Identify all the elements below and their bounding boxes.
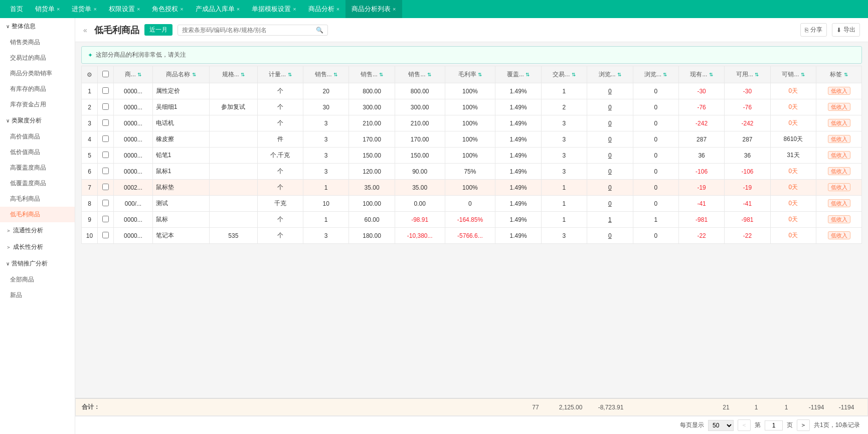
page-number-input[interactable] — [765, 420, 783, 430]
sort-avail-icon[interactable]: ⇅ — [755, 72, 759, 77]
row-checkbox[interactable] — [102, 119, 109, 126]
sort-spec-icon[interactable]: ⇅ — [241, 72, 245, 77]
filter-recent-month-btn[interactable]: 近一月 — [144, 24, 172, 36]
col-avail[interactable]: 可用... ⇅ — [725, 66, 770, 83]
cell-checkbox[interactable] — [98, 228, 114, 244]
col-browse1[interactable]: 浏览... ⇅ — [587, 66, 633, 83]
cell-browse1[interactable]: 1 — [587, 212, 633, 228]
sidebar-group-cluster[interactable]: ∨ 类聚度分析 — [0, 112, 75, 129]
cell-checkbox[interactable] — [98, 212, 114, 228]
nav-sales[interactable]: 销货单 × — [29, 0, 66, 18]
sidebar-group-marketing[interactable]: ∨ 营销推广分析 — [0, 255, 75, 272]
col-cover-rate[interactable]: 覆盖... ⇅ — [495, 66, 541, 83]
sort-tag-icon[interactable]: ⇅ — [844, 72, 848, 77]
page-size-select[interactable]: 50 20 100 — [708, 420, 734, 431]
sidebar-item-low-value[interactable]: 低价值商品 — [0, 144, 75, 160]
col-browse2[interactable]: 浏览... ⇅ — [633, 66, 678, 83]
nav-goods-analysis-list[interactable]: 商品分析列表 × — [345, 0, 402, 18]
nav-permission-close[interactable]: × — [137, 6, 140, 12]
collapse-sidebar-btn[interactable]: « — [83, 26, 87, 34]
col-sales-price[interactable]: 销售... ⇅ — [349, 66, 395, 83]
nav-sales-close[interactable]: × — [57, 6, 60, 12]
col-sales-qty[interactable]: 销售... ⇅ — [303, 66, 349, 83]
col-unit[interactable]: 计量... ⇅ — [257, 66, 303, 83]
settings-icon[interactable]: ⚙ — [87, 71, 92, 78]
search-icon[interactable]: 🔍 — [316, 27, 323, 34]
search-input[interactable] — [182, 27, 316, 34]
row-checkbox[interactable] — [102, 87, 109, 94]
cell-checkbox[interactable] — [98, 196, 114, 212]
sort-gross-icon[interactable]: ⇅ — [478, 72, 482, 77]
row-checkbox[interactable] — [102, 135, 109, 142]
sidebar-item-in-stock[interactable]: 有库存的商品 — [0, 81, 75, 97]
sidebar-item-low-margin[interactable]: 低毛利商品 — [0, 207, 75, 222]
select-all-checkbox[interactable] — [102, 71, 109, 77]
col-settings[interactable]: ⚙ — [82, 66, 98, 83]
col-spec[interactable]: 规格... ⇅ — [210, 66, 258, 83]
nav-purchase-close[interactable]: × — [93, 6, 96, 12]
row-checkbox[interactable] — [102, 152, 109, 158]
cell-browse1[interactable]: 0 — [587, 180, 633, 196]
col-sales-amt[interactable]: 销售... ⇅ — [395, 66, 445, 83]
sort-stock-icon[interactable]: ⇅ — [709, 72, 713, 77]
nav-template-close[interactable]: × — [293, 6, 296, 12]
export-btn[interactable]: ⬇ 导出 — [832, 23, 860, 37]
cell-browse1[interactable]: 0 — [587, 196, 633, 212]
sidebar-item-traded-goods[interactable]: 交易过的商品 — [0, 50, 75, 66]
sidebar-item-all-goods[interactable]: 全部商品 — [0, 272, 75, 287]
row-checkbox[interactable] — [102, 168, 109, 174]
prev-page-btn[interactable]: ＜ — [738, 419, 751, 431]
sidebar-group-growth[interactable]: ＞ 成长性分析 — [0, 239, 75, 255]
cell-checkbox[interactable] — [98, 115, 114, 131]
cell-browse1[interactable]: 0 — [587, 83, 633, 99]
col-stock[interactable]: 现有... ⇅ — [678, 66, 724, 83]
sort-qty-icon[interactable]: ⇅ — [333, 72, 337, 77]
row-checkbox[interactable] — [102, 216, 109, 222]
sidebar-group-flow[interactable]: ＞ 流通性分析 — [0, 222, 75, 239]
cell-checkbox[interactable] — [98, 99, 114, 115]
sort-cover-icon[interactable]: ⇅ — [526, 72, 530, 77]
nav-purchase[interactable]: 进货单 × — [66, 0, 102, 18]
sort-saleable-icon[interactable]: ⇅ — [801, 72, 805, 77]
cell-browse1[interactable]: 0 — [587, 148, 633, 164]
table-wrapper[interactable]: ⚙ 商... ⇅ 商品名称 ⇅ — [81, 66, 862, 398]
sort-browse1-icon[interactable]: ⇅ — [617, 72, 621, 77]
row-checkbox[interactable] — [102, 200, 109, 206]
col-saleable[interactable]: 可销... ⇅ — [770, 66, 816, 83]
sort-browse2-icon[interactable]: ⇅ — [663, 72, 667, 77]
cell-browse1[interactable]: 0 — [587, 228, 633, 244]
sidebar-item-new-goods[interactable]: 新品 — [0, 287, 75, 303]
sort-unit-icon[interactable]: ⇅ — [288, 72, 292, 77]
nav-goods-analysis-close[interactable]: × — [336, 6, 339, 12]
sidebar-item-high-margin[interactable]: 高毛利商品 — [0, 191, 75, 207]
col-gross-rate[interactable]: 毛利率 ⇅ — [445, 66, 495, 83]
sidebar-item-high-value[interactable]: 高价值商品 — [0, 129, 75, 144]
col-name[interactable]: 商品名称 ⇅ — [152, 66, 209, 83]
sidebar-group-general[interactable]: ∨ 整体信息 — [0, 18, 75, 35]
row-checkbox[interactable] — [102, 103, 109, 110]
sidebar-item-sales-goods[interactable]: 销售类商品 — [0, 35, 75, 50]
col-code[interactable]: 商... ⇅ — [114, 66, 153, 83]
col-trade[interactable]: 交易... ⇅ — [541, 66, 587, 83]
nav-role[interactable]: 角色授权 × — [146, 0, 189, 18]
nav-permission[interactable]: 权限设置 × — [103, 0, 146, 18]
sort-code-icon[interactable]: ⇅ — [137, 72, 141, 77]
sort-price-icon[interactable]: ⇅ — [379, 72, 383, 77]
cell-checkbox[interactable] — [98, 148, 114, 164]
nav-role-close[interactable]: × — [180, 6, 183, 12]
cell-browse1[interactable]: 0 — [587, 131, 633, 148]
col-checkbox[interactable] — [98, 66, 114, 83]
sort-name-icon[interactable]: ⇅ — [192, 72, 196, 77]
nav-product-in[interactable]: 产成品入库单 × — [190, 0, 246, 18]
cell-browse1[interactable]: 0 — [587, 115, 633, 131]
nav-product-in-close[interactable]: × — [237, 6, 240, 12]
sidebar-item-high-coverage[interactable]: 高覆盖度商品 — [0, 160, 75, 176]
sort-amt-icon[interactable]: ⇅ — [427, 72, 431, 77]
sidebar-item-category-rate[interactable]: 商品分类助销率 — [0, 66, 75, 81]
sidebar-item-low-coverage[interactable]: 低覆盖度商品 — [0, 176, 75, 191]
nav-home[interactable]: 首页 — [4, 0, 29, 18]
cell-browse1[interactable]: 0 — [587, 99, 633, 115]
col-tag[interactable]: 标签 ⇅ — [816, 66, 862, 83]
nav-goods-analysis[interactable]: 商品分析 × — [302, 0, 345, 18]
cell-checkbox[interactable] — [98, 164, 114, 180]
